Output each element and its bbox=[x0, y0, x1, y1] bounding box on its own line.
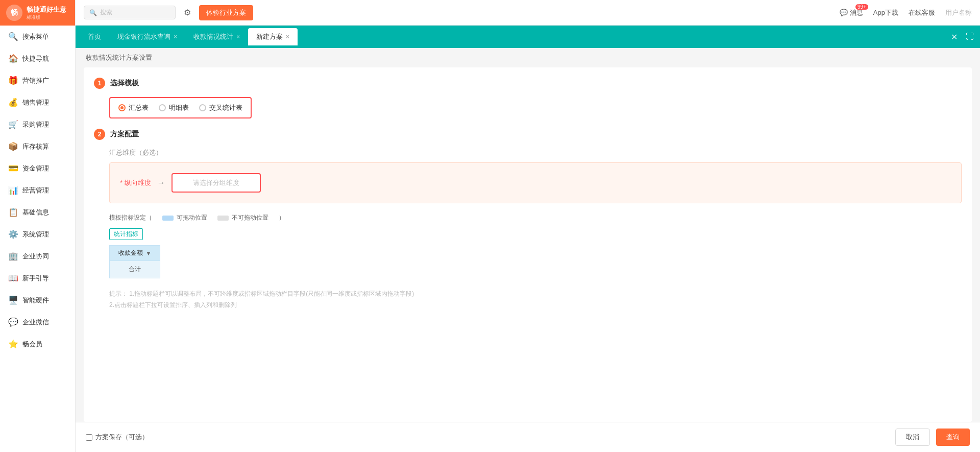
sidebar-item-search[interactable]: 🔍 搜索菜单 bbox=[0, 26, 75, 47]
search-icon: 🔍 bbox=[8, 32, 18, 41]
box-icon: 📦 bbox=[8, 141, 18, 151]
tip1-text: 1.拖动标题栏可以调整布局，不可跨维度或指标区域拖动栏目字段(只能在同一维度或指… bbox=[129, 290, 414, 297]
topbar-right: 💬 99+ 消息 App下载 在线客服 用户名称 bbox=[840, 8, 972, 17]
radio-detail[interactable]: 明细表 bbox=[159, 103, 189, 112]
draggable-label: 可拖动位置 bbox=[177, 213, 207, 222]
draggable-color-swatch bbox=[162, 216, 174, 221]
metrics-section: 模板指标设定（ 可拖动位置 不可拖动位置 ） 统计指标 bbox=[109, 213, 962, 278]
metric-card-header[interactable]: 收款金额 ▼ bbox=[110, 246, 160, 261]
search-menu-icon: 🔍 bbox=[89, 9, 97, 16]
radio-detail-circle[interactable] bbox=[159, 104, 166, 111]
message-icon: 💬 bbox=[840, 9, 848, 16]
search-menu-placeholder: 搜索 bbox=[100, 8, 112, 17]
sidebar-label-sales: 销售管理 bbox=[22, 98, 49, 107]
tab-cashflow-close[interactable]: × bbox=[174, 33, 177, 40]
tips-label: 提示： bbox=[109, 290, 128, 297]
metric-card-body: 合计 bbox=[110, 261, 160, 278]
trial-industry-button[interactable]: 体验行业方案 bbox=[199, 5, 253, 20]
fixed-label: 不可拖动位置 bbox=[232, 213, 268, 222]
sidebar-item-base[interactable]: 📋 基础信息 bbox=[0, 201, 75, 223]
radio-cross[interactable]: 交叉统计表 bbox=[199, 103, 242, 112]
sidebar-label-wechat: 企业微信 bbox=[22, 318, 49, 327]
sidebar-item-inventory[interactable]: 📦 库存核算 bbox=[0, 135, 75, 157]
step2-header: 2 方案配置 bbox=[94, 129, 962, 140]
notification-badge[interactable]: 💬 99+ 消息 bbox=[840, 8, 863, 17]
fixed-legend: 不可拖动位置 bbox=[217, 213, 268, 222]
draggable-legend: 可拖动位置 bbox=[162, 213, 207, 222]
bottom-bar: 方案保存（可选） 取消 查询 bbox=[76, 422, 980, 452]
save-checkbox[interactable] bbox=[86, 434, 92, 441]
user-name[interactable]: 用户名称 bbox=[945, 8, 972, 17]
sidebar-logo: 畅 畅捷通好生意 标准版 bbox=[0, 0, 75, 26]
tip2-text: 2.点击标题栏下拉可设置排序、插入列和删除列 bbox=[109, 301, 237, 308]
radio-summary[interactable]: 汇总表 bbox=[118, 103, 149, 112]
star-icon: ⭐ bbox=[8, 339, 18, 349]
sidebar-item-system[interactable]: ⚙️ 系统管理 bbox=[0, 223, 75, 245]
logo-text: 畅捷通好生意 bbox=[27, 5, 66, 14]
sidebar-label-marketing: 营销推广 bbox=[22, 76, 49, 85]
tab-new-plan-label: 新建方案 bbox=[256, 32, 283, 41]
sidebar-label-inventory: 库存核算 bbox=[22, 142, 49, 151]
dimension-area: 纵向维度 → 请选择分组维度 bbox=[109, 162, 962, 203]
sidebar-item-guide[interactable]: 📖 新手引导 bbox=[0, 267, 75, 289]
tab-home[interactable]: 首页 bbox=[80, 28, 109, 45]
dimension-row: 纵向维度 → 请选择分组维度 bbox=[120, 173, 261, 193]
close-all-icon[interactable]: ✕ bbox=[949, 30, 960, 44]
content-area: 收款情况统计方案设置 1 选择模板 汇总表 明细表 bbox=[76, 48, 980, 452]
topbar: 🔍 搜索 ⚙ 体验行业方案 💬 99+ 消息 App下载 在线客服 用户名称 bbox=[76, 0, 980, 26]
gear-icon: ⚙️ bbox=[8, 229, 18, 239]
tab-cashflow[interactable]: 现金银行流水查询 × bbox=[109, 28, 185, 45]
sidebar-label-corp: 企业协同 bbox=[22, 252, 49, 261]
cancel-button[interactable]: 取消 bbox=[895, 429, 930, 446]
sidebar-label-system: 系统管理 bbox=[22, 230, 49, 239]
main-content: 🔍 搜索 ⚙ 体验行业方案 💬 99+ 消息 App下载 在线客服 用户名称 首… bbox=[76, 0, 980, 452]
support-label[interactable]: 在线客服 bbox=[909, 8, 935, 17]
tips-section: 提示： 1.拖动标题栏可以调整布局，不可跨维度或指标区域拖动栏目字段(只能在同一… bbox=[109, 289, 962, 311]
download-label[interactable]: App下载 bbox=[873, 8, 898, 17]
step2-num: 2 bbox=[94, 129, 105, 140]
sidebar-item-sales[interactable]: 💰 销售管理 bbox=[0, 91, 75, 113]
sidebar-item-wechat[interactable]: 💬 企业微信 bbox=[0, 311, 75, 333]
tab-new-plan[interactable]: 新建方案 × bbox=[248, 28, 298, 45]
sidebar-label-base: 基础信息 bbox=[22, 208, 49, 217]
dimension-placeholder[interactable]: 请选择分组维度 bbox=[172, 173, 261, 193]
gift-icon: 🎁 bbox=[8, 76, 18, 85]
sidebar-item-operations[interactable]: 📊 经营管理 bbox=[0, 179, 75, 201]
settings-icon[interactable]: ⚙ bbox=[184, 8, 191, 17]
expand-icon[interactable]: ⛶ bbox=[964, 30, 976, 44]
query-button[interactable]: 查询 bbox=[936, 429, 970, 446]
money-icon: 💰 bbox=[8, 98, 18, 107]
sidebar-label-purchase: 采购管理 bbox=[22, 120, 49, 129]
chart-icon: 📊 bbox=[8, 185, 18, 195]
radio-summary-circle[interactable] bbox=[118, 104, 126, 111]
sidebar-item-finance[interactable]: 💳 资金管理 bbox=[0, 157, 75, 179]
sidebar-item-purchase[interactable]: 🛒 采购管理 bbox=[0, 113, 75, 135]
tab-new-plan-close[interactable]: × bbox=[286, 33, 289, 40]
sidebar-item-hardware[interactable]: 🖥️ 智能硬件 bbox=[0, 289, 75, 311]
tab-receipts-label: 收款情况统计 bbox=[193, 32, 233, 41]
tab-receipts-close[interactable]: × bbox=[236, 33, 240, 40]
radio-cross-circle[interactable] bbox=[199, 104, 206, 111]
sidebar-label-guide: 新手引导 bbox=[22, 274, 49, 283]
save-option: 方案保存（可选） bbox=[86, 433, 149, 442]
clipboard-icon: 📋 bbox=[8, 207, 18, 217]
book-icon: 📖 bbox=[8, 273, 18, 283]
metric-dropdown-icon[interactable]: ▼ bbox=[146, 250, 152, 256]
metrics-legend: 模板指标设定（ 可拖动位置 不可拖动位置 ） bbox=[109, 213, 962, 222]
sidebar-item-corp[interactable]: 🏢 企业协同 bbox=[0, 245, 75, 267]
sidebar-item-vip[interactable]: ⭐ 畅会员 bbox=[0, 333, 75, 355]
tab-receipts[interactable]: 收款情况统计 × bbox=[185, 28, 248, 45]
dimension-placeholder-text: 请选择分组维度 bbox=[193, 179, 239, 186]
metrics-grid: 收款金额 ▼ 合计 bbox=[109, 245, 962, 278]
tabbar: 首页 现金银行流水查询 × 收款情况统计 × 新建方案 × ✕ ⛶ bbox=[76, 26, 980, 48]
sidebar-item-quick-nav[interactable]: 🏠 快捷导航 bbox=[0, 47, 75, 69]
vertical-dim-label: 纵向维度 bbox=[120, 178, 151, 187]
fixed-color-swatch bbox=[217, 216, 229, 221]
sidebar-label-vip: 畅会员 bbox=[22, 340, 42, 349]
menu-search-box[interactable]: 🔍 搜索 bbox=[84, 6, 176, 19]
home-icon: 🏠 bbox=[8, 54, 18, 63]
notification-count: 99+ bbox=[855, 4, 868, 10]
metric-card-receipts: 收款金额 ▼ 合计 bbox=[109, 245, 160, 278]
sidebar-item-marketing[interactable]: 🎁 营销推广 bbox=[0, 69, 75, 91]
building-icon: 🏢 bbox=[8, 251, 18, 261]
